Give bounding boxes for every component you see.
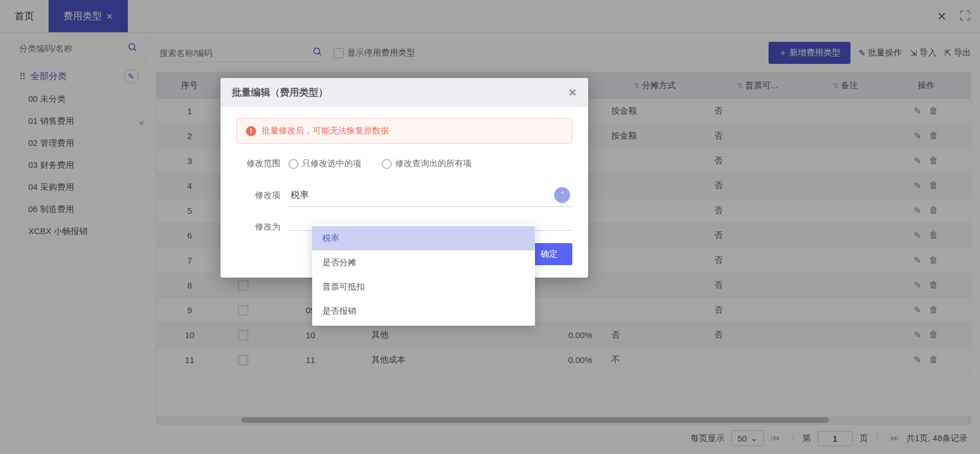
warning-alert: ! 批量修改后，可能无法恢复原数据 <box>236 118 572 144</box>
dropdown-option[interactable]: 是否报销 <box>312 299 535 323</box>
chevron-up-icon: ˄ <box>554 187 570 203</box>
dropdown-option[interactable]: 税率 <box>312 226 535 250</box>
modal-title: 批量编辑（费用类型） <box>232 86 328 99</box>
scope-label: 修改范围 <box>236 158 288 169</box>
field-label: 修改项 <box>236 190 288 201</box>
field-select[interactable]: 税率 ˄ <box>288 184 572 207</box>
value-label: 修改为 <box>236 222 288 232</box>
modal-close-button[interactable]: ✕ <box>568 87 577 99</box>
warning-icon: ! <box>246 126 256 136</box>
dropdown-option[interactable]: 是否分摊 <box>312 250 535 275</box>
dropdown-option[interactable]: 普票可抵扣 <box>312 275 535 299</box>
field-dropdown: 税率是否分摊普票可抵扣是否报销 <box>312 224 535 326</box>
scope-selected-radio[interactable]: 只修改选中的项 <box>288 158 361 169</box>
scope-all-radio[interactable]: 修改查询出的所有项 <box>382 158 472 169</box>
